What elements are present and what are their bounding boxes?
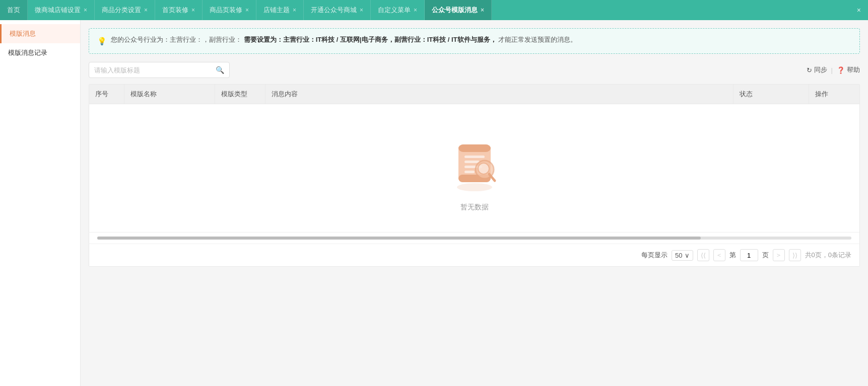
notice-suffix: 才能正常发送预置的消息。 (498, 36, 577, 43)
close-tab-openstore[interactable]: × (360, 7, 363, 14)
nav-tab-openstore[interactable]: 开通公众号商城 × (304, 0, 371, 20)
per-page-value: 50 (675, 252, 682, 259)
last-page-icon2: ⟩ (795, 252, 797, 259)
svg-rect-5 (464, 161, 480, 163)
sidebar-item-template-log[interactable]: 模版消息记录 (0, 43, 80, 62)
close-tab-category[interactable]: × (144, 7, 148, 14)
th-name: 模版名称 (124, 85, 215, 104)
close-tab-homepage[interactable]: × (191, 7, 195, 14)
notice-highlight: 需要设置为：主营行业：IT科技 / 互联网|电子商务，副营行业：IT科技 / I… (244, 36, 497, 43)
prev-page-icon: ＜ (716, 251, 722, 260)
page-unit: 页 (762, 251, 769, 260)
close-tab-custommenu[interactable]: × (414, 7, 417, 14)
svg-point-0 (457, 183, 492, 191)
search-input[interactable] (94, 66, 216, 74)
top-navigation: 首页 微商城店铺设置 × 商品分类设置 × 首页装修 × 商品页装修 × 店铺主… (0, 0, 868, 20)
th-content: 消息内容 (265, 85, 733, 104)
empty-text: 暂无数据 (460, 203, 489, 212)
per-page-select[interactable]: 50 ∨ (672, 250, 693, 261)
close-all-tabs-button[interactable]: × (850, 6, 868, 14)
nav-tab-wshop[interactable]: 微商城店铺设置 × (28, 0, 95, 20)
svg-rect-4 (464, 156, 485, 158)
toolbar-right: ↻ 同步 | ❓ 帮助 (807, 65, 860, 74)
svg-point-9 (478, 163, 489, 174)
nav-tab-productpage[interactable]: 商品页装修 × (203, 0, 256, 20)
nav-tab-category[interactable]: 商品分类设置 × (95, 0, 155, 20)
toolbar-divider: | (831, 66, 833, 74)
scrollbar-area (89, 232, 859, 244)
content-area: 💡 您的公众号行业为：主营行业：，副营行业： 需要设置为：主营行业：IT科技 /… (81, 20, 868, 386)
notice-box: 💡 您的公众号行业为：主营行业：，副营行业： 需要设置为：主营行业：IT科技 /… (89, 28, 860, 54)
scrollbar-thumb[interactable] (97, 237, 701, 240)
main-layout: 模版消息 模版消息记录 💡 您的公众号行业为：主营行业：，副营行业： 需要设置为… (0, 20, 868, 386)
first-page-button[interactable]: ⟨ ⟨ (697, 249, 709, 261)
search-bar: 🔍 ↻ 同步 | ❓ 帮助 (89, 62, 860, 78)
th-status: 状态 (733, 85, 809, 104)
page-label: 第 (729, 251, 736, 260)
close-tab-templatemsg[interactable]: × (481, 7, 484, 14)
chevron-down-icon: ∨ (685, 252, 690, 259)
close-tab-theme[interactable]: × (293, 7, 296, 14)
sync-label: 同步 (814, 65, 827, 74)
notice-prefix: 您的公众号行业为：主营行业：，副营行业： (111, 36, 242, 43)
next-page-button[interactable]: ＞ (773, 249, 785, 261)
empty-state: 暂无数据 (89, 104, 859, 232)
th-action: 操作 (809, 85, 859, 104)
sidebar: 模版消息 模版消息记录 (0, 20, 81, 386)
help-label: 帮助 (847, 65, 860, 74)
sidebar-item-template-msg[interactable]: 模版消息 (0, 24, 80, 43)
last-page-button[interactable]: ⟩ ⟩ (789, 249, 801, 261)
nav-tab-home[interactable]: 首页 (0, 0, 28, 20)
nav-tab-homepage[interactable]: 首页装修 × (155, 0, 203, 20)
per-page-label: 每页显示 (641, 251, 667, 260)
search-icon[interactable]: 🔍 (216, 66, 224, 74)
prev-page-button[interactable]: ＜ (713, 249, 725, 261)
sync-icon: ↻ (807, 66, 812, 74)
th-seq: 序号 (89, 85, 124, 104)
nav-tab-custommenu[interactable]: 自定义菜单 × (371, 0, 425, 20)
bulb-icon: 💡 (97, 35, 107, 47)
total-info: 共0页，0条记录 (805, 251, 851, 260)
search-input-wrap[interactable]: 🔍 (89, 62, 230, 78)
th-type: 模版类型 (215, 85, 265, 104)
svg-rect-2 (458, 144, 491, 152)
empty-illustration (444, 134, 505, 195)
table-header: 序号 模版名称 模版类型 消息内容 状态 操作 (89, 85, 859, 104)
next-page-icon: ＞ (775, 251, 782, 260)
pagination: 每页显示 50 ∨ ⟨ ⟨ ＜ 第 页 ＞ ⟩ (89, 244, 859, 266)
page-input[interactable] (740, 249, 758, 261)
close-tab-productpage[interactable]: × (245, 7, 249, 14)
sync-button[interactable]: ↻ 同步 (807, 65, 827, 74)
nav-tab-theme[interactable]: 店铺主题 × (256, 0, 304, 20)
help-button[interactable]: ❓ 帮助 (837, 65, 860, 74)
first-page-icon2: ⟨ (703, 252, 706, 259)
help-icon: ❓ (837, 66, 845, 74)
horizontal-scrollbar[interactable] (97, 237, 851, 240)
nav-tab-templatemsg[interactable]: 公众号模版消息 × (425, 0, 492, 20)
svg-rect-7 (464, 171, 475, 173)
data-table: 序号 模版名称 模版类型 消息内容 状态 操作 (89, 84, 860, 267)
close-tab-wshop[interactable]: × (84, 7, 87, 14)
